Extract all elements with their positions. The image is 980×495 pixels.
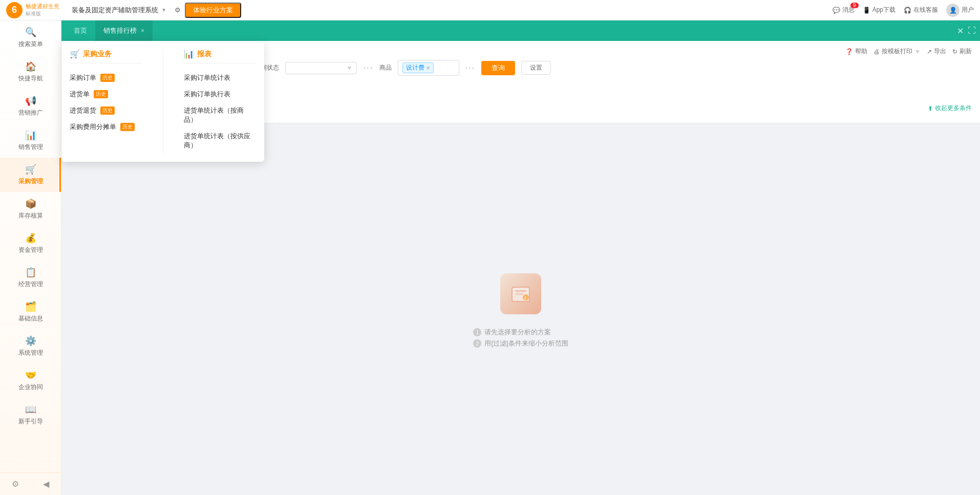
system-icon: ⚙️ [25,335,36,347]
phone-icon: 📱 [863,7,870,14]
sidebar-item-inventory[interactable]: 📦 库存核算 [0,192,61,226]
expand-icon[interactable]: ⛶ [968,26,976,36]
sidebar-label-marketing: 营销推广 [18,109,43,117]
bottom-collapse-icon[interactable]: ◀ [43,479,49,489]
system-selector[interactable]: 装备及固定资产辅助管理系统 ▼ [68,6,171,15]
status-arrow-icon: ▼ [347,64,353,72]
home-icon: 🏠 [25,61,36,72]
export-button[interactable]: ↗ 导出 [927,47,946,56]
message-badge: 9 [850,3,859,8]
status-dots[interactable]: ··· [363,63,373,73]
menu-label-inbound: 进货单 [70,90,90,99]
purchase-expense-badge: 历史 [120,123,135,131]
sidebar-item-quicknav[interactable]: 🏠 快捷导航 [0,55,61,89]
sidebar-item-marketing[interactable]: 📢 营销推广 [0,89,61,123]
app-download-button[interactable]: 📱 App下载 [863,6,896,14]
sidebar-item-operations[interactable]: 📋 经营管理 [0,261,61,295]
user-button[interactable]: 👤 用户 [946,4,974,17]
menu-label-inbound-return: 进货退货 [70,106,96,115]
sidebar-item-search[interactable]: 🔍 搜索菜单 [0,20,61,55]
sidebar-label-quicknav: 快捷导航 [18,74,43,83]
status-select[interactable]: ▼ [285,62,357,74]
message-button[interactable]: 💬 消息 9 [833,6,855,14]
svg-rect-2 [515,293,523,295]
menu-item-po-exec[interactable]: 采购订单执行表 [184,86,257,102]
sidebar-bottom: ⚙ ◀ [0,472,61,495]
sidebar-label-finance: 资金管理 [18,246,43,254]
export-icon: ↗ [927,48,932,55]
sidebar-label-operations: 经营管理 [18,280,43,289]
purchase-business-title: 🛒 采购业务 [70,49,142,63]
purchase-report-section: 📊 报表 采购订单统计表 采购订单执行表 进货单统计表（按商品） 进货单统计表（… [184,49,257,154]
toolbar-right: ❓ 帮助 🖨 按模板打印 ▼ ↗ 导出 ↻ [845,47,972,56]
tabbar: 首页 销售排行榜 × ✕ ⛶ [61,20,980,41]
online-service-button[interactable]: 🎧 在线客服 [904,6,938,14]
user-icon: 👤 [949,7,957,14]
sidebar-label-beginner: 新手引导 [18,417,43,426]
sidebar-item-beginner[interactable]: 📖 新手引导 [0,398,61,432]
collapse-button[interactable]: ⬆ 收起更多条件 [928,100,972,117]
solution-button[interactable]: 体验行业方案 [185,3,241,18]
purchase-icon: 🛒 [25,164,36,175]
settings-icon[interactable]: ⚙ [175,6,181,14]
sidebar-item-system[interactable]: ⚙️ 系统管理 [0,329,61,363]
goods-label: 商品 [379,63,392,72]
sidebar-item-sales[interactable]: 📊 销售管理 [0,123,61,158]
help-button[interactable]: ❓ 帮助 [845,47,867,56]
sidebar-label-sales: 销售管理 [18,143,43,152]
menu-label-purchase-expense: 采购费用分摊单 [70,122,116,132]
marketing-icon: 📢 [25,95,36,106]
sidebar-label-enterprise: 企业协同 [18,383,43,392]
query-button[interactable]: 查询 [481,61,515,75]
sidebar-label-purchase: 采购管理 [18,177,43,186]
menu-label-po-stats: 采购订单统计表 [184,73,230,82]
sales-icon: 📊 [25,130,36,141]
help-icon: ❓ [845,48,853,55]
purchase-order-badge: 历史 [100,74,115,82]
close-window-icon[interactable]: ✕ [957,26,964,36]
bottom-settings-icon[interactable]: ⚙ [12,479,19,489]
tab-home[interactable]: 首页 [66,20,95,41]
beginner-icon: 📖 [25,404,36,415]
report-icon: 📊 [184,49,194,59]
collapse-up-icon: ⬆ [928,105,933,112]
logo: 6 畅捷通好生意 标准版 [6,2,68,18]
sidebar-label-inventory: 库存核算 [18,211,43,220]
menu-item-purchase-order[interactable]: 采购订单 历史 [70,70,142,86]
empty-illustration: ! [500,273,541,314]
sidebar-item-finance[interactable]: 💰 资金管理 [0,226,61,261]
logo-text: 畅捷通好生意 [26,3,59,10]
sidebar-label-basicinfo: 基础信息 [18,314,43,323]
sidebar-item-purchase[interactable]: 🛒 采购管理 [0,158,61,192]
tab-close-icon[interactable]: × [141,27,144,34]
inventory-icon: 📦 [25,198,36,209]
purchase-business-icon: 🛒 [70,49,80,59]
print-arrow-icon: ▼ [914,48,921,55]
menu-item-po-stats[interactable]: 采购订单统计表 [184,70,257,86]
menu-item-inbound-return[interactable]: 进货退货 历史 [70,102,142,119]
purchase-report-title: 📊 报表 [184,49,257,63]
goods-select[interactable]: 设计费 × [398,60,459,76]
purchase-business-section: 🛒 采购业务 采购订单 历史 进货单 历史 进货退货 历史 采购费用分摊单 历史 [70,49,142,154]
tab-sales-rank[interactable]: 销售排行榜 × [95,20,153,41]
headset-icon: 🎧 [904,7,911,14]
refresh-icon: ↻ [952,48,957,55]
svg-rect-1 [515,290,526,292]
menu-item-inbound[interactable]: 进货单 历史 [70,86,142,102]
menu-label-purchase-order: 采购订单 [70,73,96,82]
sidebar-item-basicinfo[interactable]: 🗂️ 基础信息 [0,295,61,329]
logo-icon: 6 [6,2,23,18]
print-icon: 🖨 [874,48,880,55]
set-button[interactable]: 设置 [521,61,551,75]
menu-item-purchase-expense[interactable]: 采购费用分摊单 历史 [70,119,142,135]
refresh-button[interactable]: ↻ 刷新 [952,47,972,56]
inbound-return-badge: 历史 [100,106,115,115]
sidebar-item-enterprise[interactable]: 🤝 企业协同 [0,363,61,398]
menu-item-inbound-stats-goods[interactable]: 进货单统计表（按商品） [184,102,257,128]
goods-dots[interactable]: ··· [465,63,475,73]
menu-divider [163,49,163,154]
print-button[interactable]: 🖨 按模板打印 ▼ [874,47,921,56]
menu-label-po-exec: 采购订单执行表 [184,90,230,99]
menu-item-inbound-stats-supplier[interactable]: 进货单统计表（按供应商） [184,128,257,154]
goods-tag-close-icon[interactable]: × [427,64,430,72]
